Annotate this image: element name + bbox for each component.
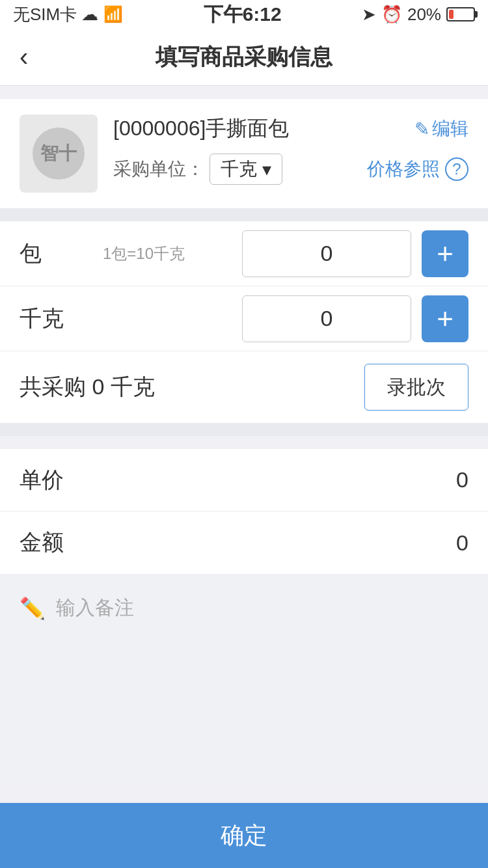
price-ref-label: 价格参照 <box>367 157 440 182</box>
status-left: 无SIM卡 ☁ 📶 <box>13 3 123 26</box>
section-divider-1 <box>0 208 488 221</box>
bag-plus-button[interactable]: + <box>422 230 468 277</box>
battery-fill <box>449 10 454 19</box>
wifi-icon: 📶 <box>103 5 123 23</box>
summary-row: 共采购 0 千克 录批次 <box>0 351 488 423</box>
product-info: [0000006]手撕面包 ✎ 编辑 采购单位： 千克 ▾ 价格参照 ? <box>113 115 468 185</box>
bag-sublabel: 1包=10千克 <box>103 243 185 264</box>
kg-input-row: 千克 0 + <box>0 286 488 351</box>
help-icon[interactable]: ? <box>445 157 468 181</box>
bag-input-row: 包 1包=10千克 0 + <box>0 221 488 286</box>
bag-value-display[interactable]: 0 <box>242 230 411 277</box>
status-right: ➤ ⏰ 20% <box>362 5 475 25</box>
status-time: 下午6:12 <box>204 1 282 28</box>
unit-select[interactable]: 千克 ▾ <box>210 154 282 185</box>
price-section: 单价 0 金额 0 <box>0 449 488 574</box>
kg-input-right: 0 + <box>98 295 468 342</box>
edit-icon: ✎ <box>414 118 429 140</box>
logo-text: 智十 <box>40 141 77 166</box>
batch-button[interactable]: 录批次 <box>364 364 468 411</box>
content-spacer <box>0 641 488 784</box>
battery-percent: 20% <box>407 5 441 25</box>
kg-plus-button[interactable]: + <box>422 295 468 342</box>
kg-label: 千克 <box>20 304 98 334</box>
location-icon: ➤ <box>362 5 376 25</box>
product-card: 智十 [0000006]手撕面包 ✎ 编辑 采购单位： 千克 ▾ 价格参照 ? <box>0 99 488 208</box>
product-logo: 智十 <box>33 128 85 180</box>
back-button[interactable]: ‹ <box>20 42 28 72</box>
pencil-icon: ✏️ <box>20 596 46 621</box>
amount-label: 金额 <box>20 528 64 558</box>
unit-value: 千克 <box>221 157 257 182</box>
summary-label: 共采购 0 千克 <box>20 372 155 402</box>
kg-value-display[interactable]: 0 <box>242 295 411 342</box>
nav-bar: ‹ 填写商品采购信息 <box>0 29 488 86</box>
page-title: 填写商品采购信息 <box>156 42 332 72</box>
kg-input-section: 千克 0 + <box>0 286 488 351</box>
price-ref-button[interactable]: 价格参照 ? <box>367 157 468 182</box>
sim-label: 无SIM卡 ☁ <box>13 3 98 26</box>
alarm-icon: ⏰ <box>381 5 402 25</box>
edit-button[interactable]: ✎ 编辑 <box>414 116 468 141</box>
unit-price-label: 单价 <box>20 465 64 495</box>
notes-placeholder: 输入备注 <box>56 595 134 621</box>
section-divider-2 <box>0 423 488 436</box>
unit-price-row: 单价 0 <box>0 449 488 511</box>
notes-section[interactable]: ✏️ 输入备注 <box>0 575 488 641</box>
product-image: 智十 <box>20 115 98 193</box>
status-bar: 无SIM卡 ☁ 📶 下午6:12 ➤ ⏰ 20% <box>0 0 488 29</box>
confirm-button[interactable]: 确定 <box>0 803 488 868</box>
amount-value: 0 <box>456 530 468 556</box>
product-name: [0000006]手撕面包 <box>113 115 289 143</box>
edit-label: 编辑 <box>432 116 468 141</box>
bag-label: 包 <box>20 239 98 269</box>
product-unit-row: 采购单位： 千克 ▾ 价格参照 ? <box>113 154 468 185</box>
summary-section: 共采购 0 千克 录批次 <box>0 351 488 423</box>
unit-label: 采购单位： <box>113 157 204 182</box>
bag-input-right: 0 + <box>185 230 468 277</box>
unit-price-value: 0 <box>456 467 468 493</box>
product-header: [0000006]手撕面包 ✎ 编辑 <box>113 115 468 143</box>
battery-icon <box>446 7 475 21</box>
amount-row: 金额 0 <box>0 511 488 574</box>
chevron-down-icon: ▾ <box>262 159 271 180</box>
bag-input-section: 包 1包=10千克 0 + <box>0 221 488 286</box>
